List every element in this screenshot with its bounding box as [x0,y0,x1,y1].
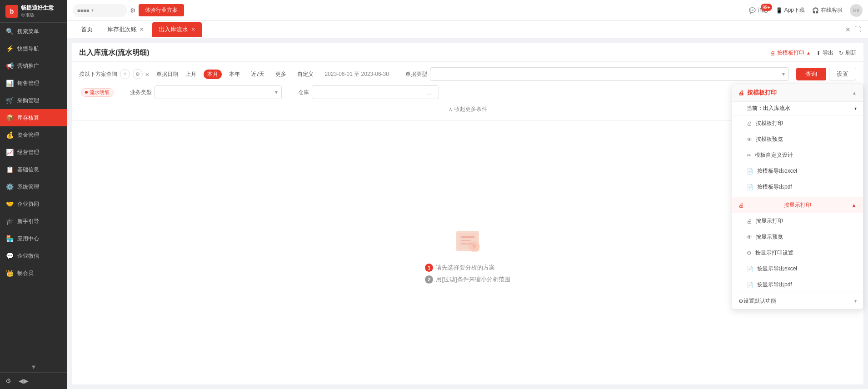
print-template-button[interactable]: 🖨 按模板打印 ▲ [770,49,811,57]
date-this-month-btn[interactable]: 本月 [204,70,222,79]
sidebar-item-quick-label: 快捷导航 [17,45,39,53]
template-pdf-item[interactable]: 📄 按模板导出pdf [732,179,863,195]
topbar-avatar[interactable]: Rit [850,4,863,17]
tab-home-label: 首页 [81,25,93,34]
dropdown-collapse-icon[interactable]: ▲ [852,90,857,95]
refresh-icon: ↻ [839,50,843,56]
settings-bottom-icon[interactable]: ⚙ [5,377,11,384]
display-print-item[interactable]: 🖨 按显示打印 [732,213,863,229]
display-preview-label: 按显示预览 [756,233,783,241]
tab-home[interactable]: 首页 [75,22,99,37]
flow-type-dot [85,91,88,94]
sidebar-item-guide[interactable]: 🎓 新手引导 [0,213,67,230]
sidebar-item-member[interactable]: 👑 畅会员 [0,264,67,282]
template-preview-item[interactable]: 👁 按模板预览 [732,131,863,147]
sidebar-logo: b 畅捷通好生意 标准版 [0,0,67,23]
sidebar-item-finance[interactable]: 💰 资金管理 [0,126,67,144]
topbar-user-selector[interactable]: ■■■■ ▾ [73,4,127,17]
collapse-more-btn[interactable]: ∧ 收起更多条件 [449,105,487,113]
current-label-chevron-icon[interactable]: ▾ [854,106,857,111]
tab-close-btn[interactable]: ✕ [845,26,851,33]
topbar-gear-icon[interactable]: ⚙ [130,7,136,14]
sidebar-item-operation[interactable]: 📈 经营管理 [0,144,67,161]
sidebar-item-quick[interactable]: ⚡ 快捷导航 [0,40,67,57]
tab-flowlog-close-icon[interactable]: ✕ [191,26,195,33]
collapse-sidebar-icon[interactable]: ◀▶ [19,377,29,384]
template-excel-label: 按模板导出excel [757,167,797,175]
tab-maximize-btn[interactable]: ⛶ [854,26,861,33]
refresh-button[interactable]: ↻ 刷新 [839,49,856,57]
page-actions: 🖨 按模板打印 ▲ ⬆ 导出 ↻ 刷新 [770,49,856,57]
display-section-right: ▲ [851,202,857,209]
date-7days-btn[interactable]: 近7天 [247,70,269,79]
main-area: ■■■■ ▾ ⚙ 体验行业方案 💬 消息 99+ 📱 App下载 🎧 在线客服 … [67,0,868,389]
logo-icon: b [5,5,18,18]
filter-collapse-button[interactable]: « [145,70,149,78]
template-excel-item[interactable]: 📄 按模板导出excel [732,163,863,179]
display-preview-item[interactable]: 👁 按显示预览 [732,229,863,245]
tab-flowlog-label: 出入库流水 [159,25,188,34]
display-section-header[interactable]: 🖨 按显示打印 ▲ [732,197,863,213]
query-button[interactable]: 查询 [796,68,826,80]
export-button[interactable]: ⬆ 导出 [816,49,833,57]
sidebar-item-basic[interactable]: 📋 基础信息 [0,161,67,178]
display-section-icon: 🖨 [738,202,744,209]
date-custom-btn[interactable]: 自定义 [294,70,317,79]
date-this-year-btn[interactable]: 本年 [225,70,244,79]
date-more-btn[interactable]: 更多 [272,70,290,79]
current-label-text: 当前：出入库流水 [747,105,790,112]
set-button[interactable]: 设置 [829,68,856,80]
flow-type-tag[interactable]: 流水明细 [81,88,114,97]
tab-batch-close-icon[interactable]: ✕ [140,26,144,33]
warehouse-field[interactable]: … [312,85,439,99]
topbar-message[interactable]: 💬 消息 99+ [749,6,768,14]
guide-nav-icon: 🎓 [5,217,14,225]
export-label: 导出 [823,49,833,57]
template-pdf-icon: 📄 [747,184,753,190]
template-print-item[interactable]: 🖨 按模板打印 [732,115,863,131]
basic-nav-icon: 📋 [5,165,14,174]
sidebar-item-system[interactable]: ⚙️ 系统管理 [0,178,67,195]
operation-nav-icon: 📈 [5,148,14,156]
message-badge: 99+ [761,4,772,11]
sidebar-item-sales[interactable]: 📊 销售管理 [0,75,67,92]
wechat-nav-icon: 💬 [5,252,14,260]
sidebar-item-collab[interactable]: 🤝 企业协同 [0,195,67,213]
filter-settings-button[interactable]: ⚙ [133,69,143,79]
hint-num-1: 1 [425,264,433,272]
sidebar-item-wechat[interactable]: 💬 企业微信 [0,247,67,264]
tabbar: 首页 库存批次账 ✕ 出入库流水 ✕ ✕ ⛶ [67,21,868,38]
solution-button[interactable]: 体验行业方案 [139,4,184,16]
sidebar-item-appstore[interactable]: 🏪 应用中心 [0,230,67,247]
display-pdf-item[interactable]: 📄 按显示导出pdf [732,277,863,293]
tab-flowlog[interactable]: 出入库流水 ✕ [152,22,202,37]
sidebar-item-purchase[interactable]: 🛒 采购管理 [0,92,67,109]
date-last-month-btn[interactable]: 上月 [182,70,200,79]
dropdown-footer[interactable]: ⚙ 设置默认功能 ▾ [732,293,863,309]
refresh-label: 刷新 [845,49,856,57]
display-settings-item[interactable]: ⚙ 按显示打印设置 [732,245,863,261]
empty-hint-1-text: 请先选择要分析的方案 [436,264,495,272]
display-excel-item[interactable]: 📄 按显示导出excel [732,261,863,277]
sidebar-item-search[interactable]: 🔍 搜索菜单 [0,23,67,40]
biz-type-field[interactable]: ▾ [155,85,282,99]
sidebar-item-marketing[interactable]: 📢 营销推广 [0,57,67,75]
search-nav-icon: 🔍 [5,27,14,35]
sidebar-item-system-label: 系统管理 [17,183,39,191]
template-preview-icon: 👁 [747,136,752,143]
svg-rect-3 [461,240,471,241]
doc-type-field[interactable]: ▾ [430,67,789,81]
phone-icon: 📱 [776,7,783,14]
appstore-nav-icon: 🏪 [5,234,14,243]
topbar-right: 💬 消息 99+ 📱 App下载 🎧 在线客服 Rit [749,4,863,17]
topbar-online-service[interactable]: 🎧 在线客服 [812,6,843,14]
template-custom-item[interactable]: ✏ 模板自定义设计 [732,147,863,163]
tab-batch[interactable]: 库存批次账 ✕ [101,22,150,37]
display-pdf-icon: 📄 [747,282,753,288]
filter-add-button[interactable]: + [120,69,130,79]
sidebar-scroll-down[interactable]: ▼ [0,362,67,372]
sidebar-item-inventory[interactable]: 📦 库存核算 [0,109,67,126]
dropdown-divider [732,196,863,196]
warehouse-more-icon[interactable]: … [425,89,435,96]
topbar-app-download[interactable]: 📱 App下载 [776,6,805,14]
